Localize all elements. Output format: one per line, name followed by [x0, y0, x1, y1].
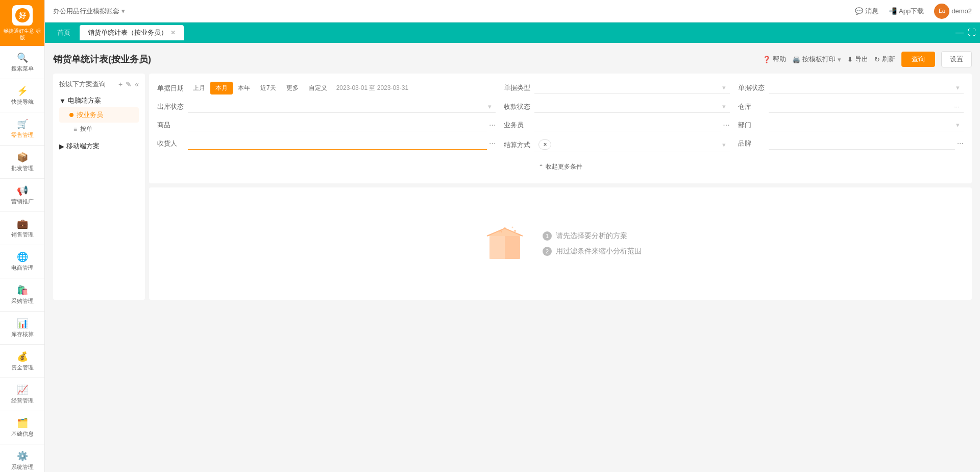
date-btn-last-month[interactable]: 上月	[188, 82, 210, 95]
tab-home[interactable]: 首页	[49, 25, 79, 40]
product-input[interactable]	[188, 119, 487, 131]
sidebar-item-sales[interactable]: 💼 销售管理	[0, 212, 44, 245]
scheme-add-btn[interactable]: +	[118, 80, 122, 88]
user-menu[interactable]: Ea demo2	[934, 4, 972, 19]
print-btn[interactable]: 🖨️ 按模板打印 ▾	[792, 55, 841, 64]
warehouse-dots: ···	[954, 103, 960, 110]
sidebar-item-base[interactable]: 🗂️ 基础信息	[0, 411, 44, 444]
scheme-subitem-order[interactable]: ≡ 按单	[59, 123, 139, 135]
sidebar-item-label: 系统管理	[11, 463, 34, 471]
tab-minimize-icon[interactable]: —	[955, 28, 964, 37]
date-btn-more[interactable]: 更多	[281, 82, 304, 95]
sidebar-item-purchase[interactable]: 🛍️ 采购管理	[0, 278, 44, 312]
operations-icon: 📈	[17, 384, 28, 395]
account-dropdown[interactable]: 办公用品行业模拟账套 ▾	[53, 7, 125, 16]
scheme-group-mobile-title[interactable]: ▶ 移动端方案	[59, 139, 139, 153]
sidebar-item-retail[interactable]: 🛒 零售管理	[0, 112, 44, 146]
refresh-label: 刷新	[882, 55, 895, 64]
sidebar-item-label: 批发管理	[11, 164, 34, 172]
scheme-active-dot	[69, 113, 74, 117]
date-filter: 上月 本月 本年 近7天 更多 自定义 2023-03-01 至 2023-03…	[188, 82, 408, 95]
wholesale-icon: 📦	[17, 152, 28, 163]
refresh-btn[interactable]: ↻ 刷新	[874, 55, 895, 64]
sidebar-item-search[interactable]: 🔍 搜索菜单	[0, 46, 44, 79]
scheme-group-label: 电脑端方案	[68, 96, 101, 105]
tab-close-icon[interactable]: ✕	[170, 29, 176, 36]
right-area: 单据日期 上月 本月 本年 近7天 更多 自定义 2023-03-01 至 20…	[149, 74, 972, 300]
empty-hint-2-text: 用过滤条件来缩小分析范围	[556, 247, 642, 256]
query-button[interactable]: 查询	[901, 52, 935, 67]
topbar-left: 办公用品行业模拟账套 ▾	[53, 7, 125, 16]
tab-home-label: 首页	[57, 28, 70, 37]
sidebar-item-marketing[interactable]: 📢 营销推广	[0, 179, 44, 212]
tab-report[interactable]: 销货单统计表（按业务员） ✕	[80, 25, 184, 40]
filter-item-salesperson: 业务员 ···	[504, 119, 729, 131]
inventory-icon: 📊	[17, 318, 28, 329]
hint-num-1: 1	[543, 231, 552, 241]
tabbar-actions: — ⛶	[955, 28, 976, 37]
product-dots[interactable]: ···	[489, 121, 496, 130]
salesperson-input[interactable]	[534, 119, 721, 131]
main-area: 办公用品行业模拟账套 ▾ 💬 消息 📲 App下载 Ea demo2 首页	[45, 0, 980, 472]
receiptstatus-label: 收款状态	[504, 102, 534, 111]
marketing-icon: 📢	[17, 185, 28, 196]
settlement-select[interactable]: × ▾	[534, 137, 729, 152]
sidebar-item-label: 采购管理	[11, 297, 34, 305]
receiptstatus-select[interactable]: ▾	[534, 101, 729, 113]
docstatus-select[interactable]: ▾	[769, 82, 964, 94]
app-download-btn[interactable]: 📲 App下载	[889, 7, 924, 16]
sidebar-item-wholesale[interactable]: 📦 批发管理	[0, 146, 44, 179]
settlement-label: 结算方式	[504, 140, 534, 150]
date-label: 单据日期	[157, 84, 188, 93]
logo-icon: 好	[12, 5, 33, 26]
scheme-edit-btn[interactable]: ✎	[126, 80, 132, 88]
sidebar-item-operations[interactable]: 📈 经营管理	[0, 378, 44, 411]
page-content: 销货单统计表(按业务员) ❓ 帮助 🖨️ 按模板打印 ▾ ⬇ 导出 ↻ 刷新	[45, 43, 980, 472]
sidebar-item-inventory[interactable]: 📊 库存核算	[0, 312, 44, 345]
help-icon: ❓	[763, 56, 771, 63]
date-btn-custom[interactable]: 自定义	[304, 82, 332, 95]
sidebar-item-ecommerce[interactable]: 🌐 电商管理	[0, 245, 44, 278]
logo-area: 好 畅捷通好生意 标版	[0, 0, 44, 46]
sidebar-nav: 🔍 搜索菜单 ⚡ 快捷导航 🛒 零售管理 📦 批发管理 📢 营销推广 💼 销售管…	[0, 46, 44, 472]
system-icon: ⚙️	[17, 451, 28, 462]
scheme-collapse-btn[interactable]: «	[135, 80, 139, 88]
filter-item-brand: 品牌 ···	[738, 137, 964, 150]
filter-row-4: 收货人 ··· 结算方式 × ▾	[157, 137, 964, 152]
sidebar-item-label: 基础信息	[11, 430, 34, 438]
export-label: 导出	[855, 55, 868, 64]
filter-item-receiver: 收货人 ···	[157, 137, 496, 150]
tab-maximize-icon[interactable]: ⛶	[968, 28, 976, 37]
help-btn[interactable]: ❓ 帮助	[763, 55, 786, 64]
outstatus-select[interactable]: ▾	[188, 101, 496, 113]
sidebar: 好 畅捷通好生意 标版 🔍 搜索菜单 ⚡ 快捷导航 🛒 零售管理 📦 批发管理 …	[0, 0, 45, 472]
outstatus-label: 出库状态	[157, 102, 188, 111]
subitem-icon: ≡	[74, 126, 77, 133]
dept-select[interactable]: ▾	[769, 119, 964, 131]
sidebar-item-system[interactable]: ⚙️ 系统管理	[0, 444, 44, 472]
retail-icon: 🛒	[17, 119, 28, 130]
dept-dropdown-icon: ▾	[956, 121, 960, 129]
date-btn-7days[interactable]: 近7天	[255, 82, 281, 95]
filter-card: 单据日期 上月 本月 本年 近7天 更多 自定义 2023-03-01 至 20…	[149, 74, 972, 183]
date-btn-this-month[interactable]: 本月	[210, 82, 233, 95]
scheme-group-desktop-title[interactable]: ▼ 电脑端方案	[59, 94, 139, 107]
base-icon: 🗂️	[17, 417, 28, 429]
brand-dots[interactable]: ···	[957, 139, 964, 148]
export-btn[interactable]: ⬇ 导出	[847, 55, 868, 64]
message-btn[interactable]: 💬 消息	[855, 7, 878, 16]
settings-button[interactable]: 设置	[941, 51, 972, 67]
sidebar-item-finance[interactable]: 💰 资金管理	[0, 345, 44, 378]
scheme-item-salesperson[interactable]: 按业务员	[59, 107, 139, 123]
collapse-button[interactable]: ⌃ 收起更多条件	[538, 162, 582, 171]
receiver-input[interactable]	[188, 137, 487, 150]
sidebar-item-quicknav[interactable]: ⚡ 快捷导航	[0, 79, 44, 112]
date-btn-this-year[interactable]: 本年	[233, 82, 255, 95]
doctype-select[interactable]: ▾	[534, 82, 729, 94]
receiver-dots[interactable]: ···	[489, 139, 496, 148]
warehouse-select[interactable]: ···	[769, 101, 964, 113]
topbar-right: 💬 消息 📲 App下载 Ea demo2	[855, 4, 972, 19]
docstatus-label: 单据状态	[738, 83, 769, 92]
salesperson-dots[interactable]: ···	[723, 121, 729, 130]
brand-input[interactable]	[769, 137, 955, 150]
